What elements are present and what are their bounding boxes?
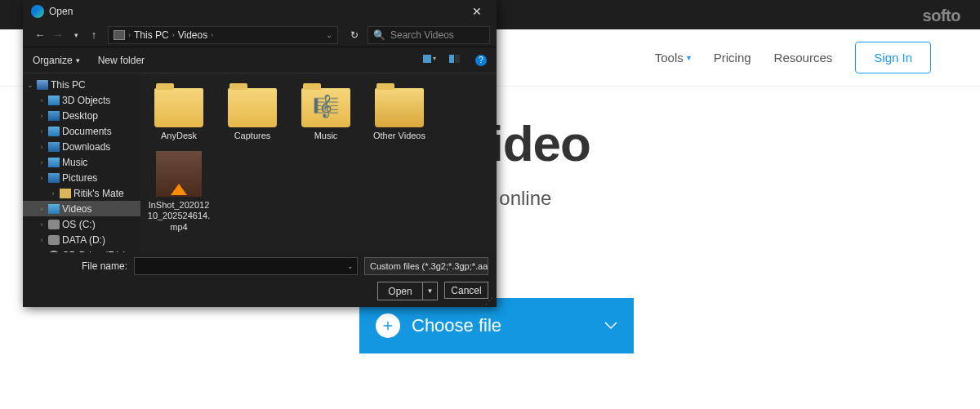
tree-item[interactable]: ›Downloads (23, 139, 140, 154)
expand-icon[interactable]: › (38, 96, 46, 104)
view-options-button[interactable]: ▾ (423, 55, 436, 66)
folder-icon (154, 88, 203, 127)
tree-item-label: DATA (D:) (62, 234, 105, 246)
breadcrumb[interactable]: › This PC › Videos › ⌄ (108, 26, 338, 44)
tree-item[interactable]: ›DATA (D:) (23, 232, 140, 247)
mus-icon (48, 158, 60, 167)
chevron-down-icon: ▾ (687, 53, 691, 62)
folder-icon (375, 88, 424, 127)
preview-pane-button[interactable] (449, 55, 462, 66)
up-button[interactable]: ↑ (87, 29, 101, 41)
file-item[interactable]: InShot_20201210_202524614.mp4 (145, 149, 212, 234)
file-item[interactable]: Music (292, 82, 359, 143)
tree-item-label: Ritik's Mate (74, 188, 124, 199)
dl-icon (48, 142, 60, 152)
nav-tools[interactable]: Tools▾ (655, 51, 691, 64)
filename-input[interactable]: ⌄ (134, 257, 358, 275)
resize-grip[interactable]: ⋰ (485, 296, 493, 305)
expand-icon[interactable]: › (38, 236, 46, 244)
doc-icon (48, 127, 60, 136)
file-item[interactable]: AnyDesk (145, 82, 212, 143)
tree-item[interactable]: ›3D Objects (23, 92, 140, 108)
chevron-down-icon: ▾ (76, 56, 80, 64)
expand-icon[interactable]: › (38, 174, 46, 182)
expand-icon[interactable]: › (49, 189, 57, 198)
folder-icon (301, 88, 350, 127)
expand-icon[interactable]: › (38, 112, 46, 120)
search-input[interactable]: 🔍 Search Videos (368, 26, 490, 44)
refresh-button[interactable]: ↻ (345, 29, 364, 41)
chevron-down-icon[interactable]: ⌄ (326, 30, 332, 39)
expand-icon[interactable]: › (38, 143, 46, 151)
organize-menu[interactable]: Organize ▾ (33, 55, 80, 66)
file-name: InShot_20201210_202524614.mp4 (147, 200, 211, 233)
choose-file-dropdown[interactable] (588, 298, 634, 353)
expand-icon[interactable]: › (38, 127, 46, 136)
pc-icon (114, 30, 125, 40)
file-grid[interactable]: AnyDeskCapturesMusicOther VideosInShot_2… (140, 73, 497, 252)
tree-item[interactable]: ›Pictures (23, 170, 140, 185)
cancel-button[interactable]: Cancel (444, 282, 488, 299)
tree-item[interactable]: ⌄This PC (23, 77, 140, 92)
search-icon: 🔍 (373, 29, 385, 41)
tree-item[interactable]: ›Desktop (23, 108, 140, 123)
drive-icon (48, 235, 60, 245)
pc-icon (37, 80, 48, 90)
chevron-down-icon[interactable]: ⌄ (347, 262, 354, 270)
tree-item-label: Videos (62, 203, 91, 215)
file-type-filter[interactable]: Custom files (*.3g2;*.3gp;*.aaf;*.⌄ (364, 257, 488, 275)
file-name: Captures (234, 131, 271, 141)
dialog-toolbar: Organize ▾ New folder ▾ ? (23, 47, 497, 73)
tree-item-label: Downloads (62, 141, 110, 153)
expand-icon[interactable]: › (38, 205, 46, 213)
fold-icon (60, 189, 71, 198)
tree-item[interactable]: ›Documents (23, 123, 140, 139)
file-item[interactable]: Captures (219, 82, 286, 143)
folder-tree[interactable]: ⌄This PC›3D Objects›Desktop›Documents›Do… (23, 73, 140, 252)
tree-item[interactable]: ›Ritik's Mate (23, 185, 140, 201)
nav-pricing[interactable]: Pricing (714, 51, 751, 64)
expand-icon[interactable]: › (38, 158, 46, 167)
pic-icon (48, 173, 60, 183)
tree-item[interactable]: ›OS (C:) (23, 216, 140, 232)
close-icon[interactable]: ✕ (461, 5, 493, 18)
file-name: Other Videos (373, 131, 425, 141)
file-item[interactable]: Other Videos (366, 82, 433, 143)
back-button[interactable]: ← (33, 29, 47, 41)
tree-item-label: Documents (62, 126, 112, 137)
dialog-bottom: File name: ⌄ Custom files (*.3g2;*.3gp;*… (23, 252, 497, 307)
folder-icon (228, 88, 277, 127)
recent-dropdown[interactable]: ▾ (69, 31, 83, 39)
signin-button[interactable]: Sign In (855, 42, 931, 73)
file-open-dialog: Open ✕ ← → ▾ ↑ › This PC › Videos › ⌄ ↻ … (23, 0, 497, 307)
file-name: Music (314, 131, 338, 141)
edge-icon (31, 5, 44, 18)
expand-icon[interactable]: › (38, 220, 46, 229)
forward-button[interactable]: → (51, 29, 65, 41)
filename-label: File name: (31, 260, 127, 272)
tree-item[interactable]: ›Music (23, 154, 140, 170)
file-name: AnyDesk (161, 131, 197, 141)
video-thumb-icon (156, 151, 202, 197)
expand-icon[interactable]: ⌄ (26, 81, 34, 89)
dialog-titlebar[interactable]: Open ✕ (23, 0, 497, 23)
tree-item-label: 3D Objects (62, 95, 110, 106)
help-icon[interactable]: ? (475, 55, 487, 66)
f3d-icon (48, 96, 60, 105)
tree-item-label: This PC (51, 79, 86, 91)
vid-icon (48, 204, 60, 214)
open-dropdown[interactable]: ▼ (422, 282, 437, 300)
tree-item-label: Desktop (62, 110, 98, 122)
tree-item[interactable]: ›Videos (23, 201, 140, 216)
drive-icon (48, 220, 60, 229)
new-folder-button[interactable]: New folder (98, 55, 145, 66)
desk-icon (48, 111, 60, 121)
brand-logo: softo (923, 7, 960, 25)
tree-item-label: OS (C:) (62, 219, 96, 230)
tree-item-label: Music (62, 157, 87, 168)
plus-icon (376, 313, 400, 338)
nav-resources[interactable]: Resources (774, 51, 833, 64)
open-button[interactable]: Open ▼ (377, 282, 438, 300)
tree-item-label: Pictures (62, 172, 97, 184)
dialog-nav: ← → ▾ ↑ › This PC › Videos › ⌄ ↻ 🔍 Searc… (23, 23, 497, 47)
